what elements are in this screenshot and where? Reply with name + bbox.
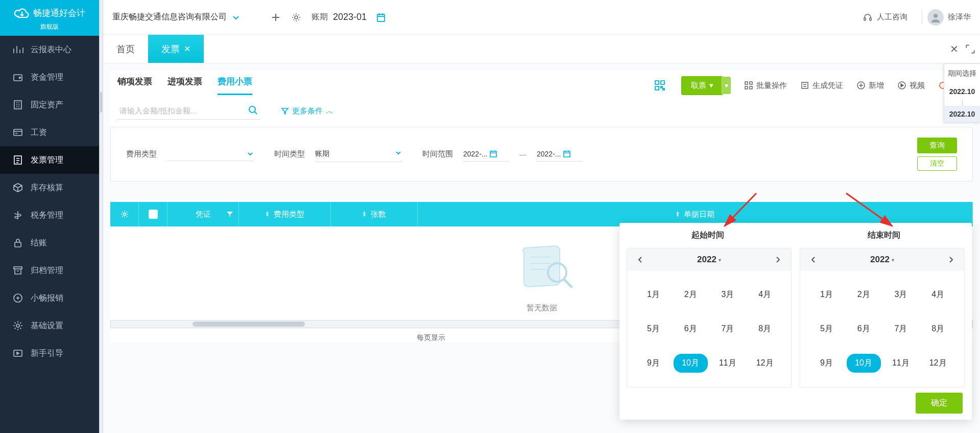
month-option[interactable]: 6月: [847, 320, 881, 338]
svg-point-10: [295, 16, 298, 19]
month-option[interactable]: 7月: [711, 320, 745, 338]
tab-home[interactable]: 首页: [103, 35, 148, 63]
th-checkbox[interactable]: [139, 202, 168, 226]
sidebar-item-5[interactable]: 库存核算: [0, 174, 99, 201]
prev-year-button[interactable]: [635, 255, 646, 265]
gear-icon[interactable]: [291, 12, 301, 22]
month-option[interactable]: 8月: [921, 320, 955, 338]
consult-label: 人工咨询: [877, 12, 907, 22]
expense-type-select[interactable]: [167, 147, 254, 161]
sidebar-item-9[interactable]: 小畅报销: [0, 284, 99, 312]
month-option[interactable]: 12月: [921, 354, 955, 373]
month-option[interactable]: 8月: [748, 320, 782, 338]
prev-year-button[interactable]: [808, 255, 819, 265]
month-option[interactable]: 2月: [847, 285, 881, 304]
dash: —: [519, 150, 527, 158]
month-option[interactable]: 9月: [636, 354, 671, 373]
menu-icon: [12, 99, 23, 110]
plus-icon[interactable]: [271, 12, 281, 22]
fetch-dropdown[interactable]: ▾: [722, 77, 731, 94]
month-option[interactable]: 1月: [809, 285, 844, 304]
close-all-icon[interactable]: ✕: [950, 43, 959, 55]
svg-rect-11: [377, 14, 385, 21]
subtab-row: 销项发票 进项发票 费用小票 取票 ▾ ▾ 批量操作 生成凭证 新增 视频 刷新: [110, 71, 973, 95]
month-option[interactable]: 1月: [636, 285, 671, 304]
svg-rect-6: [14, 267, 22, 269]
resize-bar[interactable]: [99, 0, 103, 433]
month-option[interactable]: 5月: [809, 320, 844, 338]
period-side-to[interactable]: 2022.10: [944, 106, 980, 122]
month-option[interactable]: 12月: [748, 354, 782, 373]
batch-button[interactable]: 批量操作: [744, 81, 787, 90]
sidebar-item-4[interactable]: 发票管理: [0, 146, 99, 174]
tab-invoice[interactable]: 发票 ✕: [148, 35, 204, 63]
company-select[interactable]: 重庆畅捷交通信息咨询有限公司: [112, 12, 266, 22]
month-option[interactable]: 3月: [711, 285, 745, 304]
subtab-expense[interactable]: 费用小票: [218, 76, 252, 95]
month-option[interactable]: 11月: [884, 354, 918, 373]
more-filter[interactable]: 更多条件 ︿: [281, 106, 333, 116]
sidebar-item-8[interactable]: 归档管理: [0, 257, 99, 284]
sidebar-item-10[interactable]: 基础设置: [0, 312, 99, 339]
svg-rect-27: [564, 151, 570, 157]
month-option[interactable]: 10月: [674, 354, 708, 373]
sort-icon: ▲▼: [363, 211, 368, 217]
month-option[interactable]: 10月: [847, 354, 881, 373]
next-year-button[interactable]: [946, 255, 956, 265]
cloud-logo-icon: [14, 5, 30, 21]
avatar[interactable]: [927, 9, 944, 26]
start-date-input[interactable]: 2022-...: [463, 147, 509, 162]
add-button[interactable]: 新增: [856, 81, 884, 90]
calendar-icon[interactable]: [376, 12, 386, 22]
content: 账期 ▾ 销项发票 进项发票 费用小票 取票 ▾ ▾ 批量操作 生成凭证 新增 …: [103, 63, 980, 433]
sidebar-item-11[interactable]: 新手引导: [0, 339, 99, 367]
time-type-select[interactable]: 账期: [315, 146, 402, 162]
month-option[interactable]: 9月: [809, 354, 844, 373]
sidebar-item-6[interactable]: 税务管理: [0, 201, 99, 229]
svg-point-28: [123, 213, 126, 216]
close-icon[interactable]: ✕: [184, 44, 190, 54]
next-year-button[interactable]: [773, 255, 783, 265]
main-tabs: 首页 发票 ✕ ✕: [103, 35, 980, 63]
year-select[interactable]: 2022 ▾: [870, 255, 894, 265]
search-row: 更多条件 ︿: [110, 95, 973, 127]
th-count[interactable]: ▲▼张数: [331, 202, 418, 226]
sidebar-item-3[interactable]: 工资: [0, 119, 99, 146]
month-option[interactable]: 3月: [884, 285, 918, 304]
th-settings[interactable]: [110, 202, 139, 226]
month-option[interactable]: 2月: [674, 285, 708, 304]
th-voucher[interactable]: 凭证: [168, 202, 239, 226]
year-select[interactable]: 2022 ▾: [697, 255, 721, 265]
sidebar-item-0[interactable]: 云报表中心: [0, 36, 99, 63]
sidebar-item-1[interactable]: 资金管理: [0, 63, 99, 91]
month-option[interactable]: 4月: [748, 285, 782, 304]
sidebar-item-7[interactable]: 结账: [0, 229, 99, 257]
month-option[interactable]: 7月: [884, 320, 918, 338]
month-option[interactable]: 11月: [711, 354, 745, 373]
month-option[interactable]: 4月: [921, 285, 955, 304]
expand-icon[interactable]: [965, 43, 976, 55]
end-date-input[interactable]: 2022-...: [537, 147, 583, 162]
month-option[interactable]: 6月: [674, 320, 708, 338]
menu-icon: [12, 72, 23, 83]
user-name: 徐泽华: [948, 12, 971, 22]
th-expense-type[interactable]: ▲▼费用类型: [239, 202, 331, 226]
svg-rect-26: [490, 151, 496, 157]
subtab-input[interactable]: 进项发票: [168, 76, 202, 95]
search-button[interactable]: 查询: [917, 138, 957, 153]
svg-rect-3: [14, 129, 22, 135]
video-button[interactable]: 视频: [897, 81, 925, 90]
fetch-button[interactable]: 取票 ▾: [681, 76, 723, 95]
voucher-button[interactable]: 生成凭证: [800, 81, 843, 90]
sidebar-item-2[interactable]: 固定资产: [0, 91, 99, 119]
svg-rect-13: [870, 18, 871, 20]
consult-link[interactable]: 人工咨询: [863, 12, 907, 22]
month-option[interactable]: 5月: [636, 320, 671, 338]
clear-button[interactable]: 清空: [917, 156, 957, 171]
search-icon[interactable]: [247, 104, 258, 116]
subtab-output[interactable]: 销项发票: [117, 76, 152, 95]
search-input[interactable]: [117, 102, 260, 120]
qr-icon[interactable]: [654, 79, 666, 92]
confirm-button[interactable]: 确定: [916, 393, 963, 414]
period-side-from[interactable]: 2022.10: [944, 83, 980, 100]
